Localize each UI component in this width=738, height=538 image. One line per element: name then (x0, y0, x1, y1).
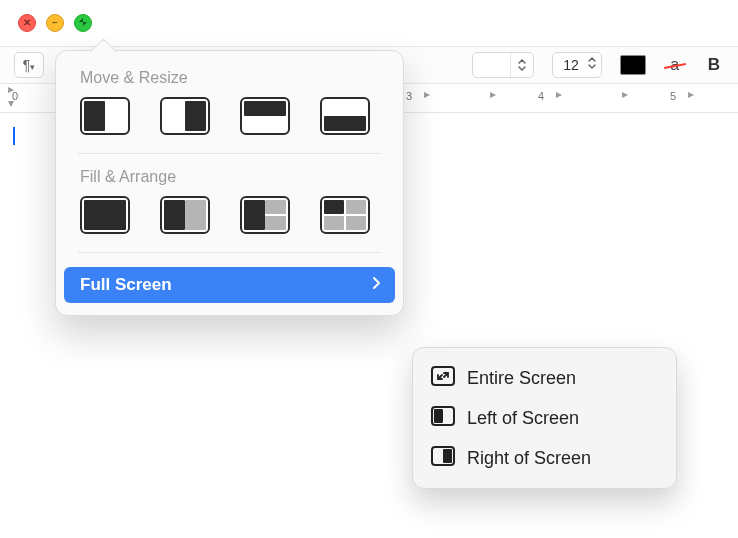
window-close-button[interactable]: ✕ (18, 14, 36, 32)
separator (78, 153, 381, 154)
full-screen-label: Full Screen (80, 275, 172, 295)
window-zoom-button[interactable] (74, 14, 92, 32)
submenu-left-of-screen[interactable]: Left of Screen (421, 398, 668, 438)
bold-button[interactable]: B (704, 55, 724, 75)
chevron-updown-icon (510, 53, 533, 77)
ruler-label: 4 (538, 90, 544, 102)
text-color-swatch[interactable] (620, 55, 646, 75)
tile-move-left[interactable] (80, 97, 130, 135)
svg-rect-4 (443, 449, 452, 463)
svg-rect-2 (434, 409, 443, 423)
tile-left-icon (431, 406, 455, 431)
window-minimize-button[interactable]: − (46, 14, 64, 32)
chevron-updown-icon (587, 56, 597, 74)
tile-fill-full[interactable] (80, 196, 130, 234)
tab-marker-icon[interactable]: ▸ (688, 87, 694, 101)
submenu-right-of-screen[interactable]: Right of Screen (421, 438, 668, 478)
submenu-item-label: Entire Screen (467, 368, 576, 389)
full-screen-menu-item[interactable]: Full Screen (64, 267, 395, 303)
pilcrow-icon: ¶▾ (23, 57, 36, 73)
bold-label: B (708, 55, 720, 74)
paragraph-style-dropdown[interactable]: ¶▾ (14, 52, 44, 78)
ruler-label: 3 (406, 90, 412, 102)
submenu-item-label: Right of Screen (467, 448, 591, 469)
section-label-fill-arrange: Fill & Arrange (56, 168, 403, 196)
text-cursor (13, 127, 15, 145)
section-label-move-resize: Move & Resize (56, 69, 403, 97)
window-tile-popover: Move & Resize Fill & Arrange Full Screen (55, 50, 404, 316)
expand-icon (431, 366, 455, 391)
titlebar: ✕ − (0, 0, 738, 46)
move-resize-row (56, 97, 403, 149)
indent-marker-icon[interactable]: ▸ (8, 84, 14, 96)
tab-marker-icon[interactable]: ▸ (556, 87, 562, 101)
svg-rect-0 (432, 367, 454, 385)
tile-fill-quarters[interactable] (320, 196, 370, 234)
tile-right-icon (431, 446, 455, 471)
ruler-label: 5 (670, 90, 676, 102)
font-family-dropdown[interactable] (472, 52, 534, 78)
tab-marker-icon[interactable]: ▸ (424, 87, 430, 101)
fullscreen-icon (78, 17, 88, 29)
separator (78, 252, 381, 253)
tile-move-bottom[interactable] (320, 97, 370, 135)
tile-fill-left-half[interactable] (160, 196, 210, 234)
font-size-value: 12 (563, 57, 579, 73)
font-size-field[interactable]: 12 (552, 52, 602, 78)
close-icon: ✕ (23, 18, 31, 28)
tab-marker-icon[interactable]: ▾ (8, 96, 14, 110)
submenu-item-label: Left of Screen (467, 408, 579, 429)
tile-move-top[interactable] (240, 97, 290, 135)
tile-fill-three[interactable] (240, 196, 290, 234)
tab-marker-icon[interactable]: ▸ (622, 87, 628, 101)
tab-marker-icon[interactable]: ▸ (490, 87, 496, 101)
fill-arrange-row (56, 196, 403, 248)
chevron-right-icon (371, 275, 381, 295)
strikethrough-icon: a (670, 56, 679, 74)
minimize-icon: − (52, 18, 58, 28)
tile-move-right[interactable] (160, 97, 210, 135)
app-window: { "toolbar": { "font_size": "12", "bold_… (0, 0, 738, 538)
full-screen-submenu: Entire Screen Left of Screen Right of Sc… (412, 347, 677, 489)
submenu-entire-screen[interactable]: Entire Screen (421, 358, 668, 398)
strikethrough-button[interactable]: a (664, 54, 686, 76)
